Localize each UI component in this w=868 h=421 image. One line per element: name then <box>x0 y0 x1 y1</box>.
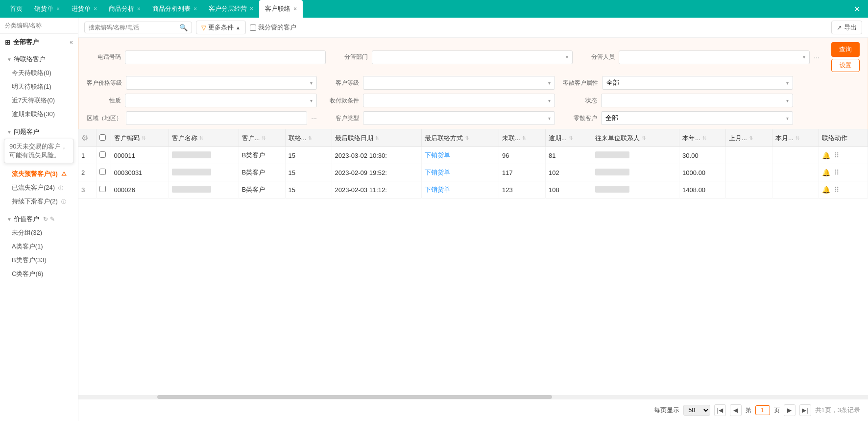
sidebar-item-overdue[interactable]: 逾期未联络(30) <box>0 107 78 121</box>
close-customer-contact-tab[interactable]: × <box>293 5 297 12</box>
cust-level-select[interactable]: ▾ <box>363 76 555 90</box>
sidebar-item-tomorrow[interactable]: 明天待联络(1) <box>0 80 78 94</box>
prev-page-btn[interactable]: ◀ <box>730 404 742 416</box>
sidebar-item-ungrouped[interactable]: 未分组(32) <box>0 226 78 240</box>
my-customers-checkbox[interactable] <box>250 25 256 31</box>
sidebar-group-problem-title[interactable]: ▼ 问题客户 <box>0 125 78 139</box>
sort-icon[interactable]: ⇅ <box>199 135 203 141</box>
sidebar-collapse-btn[interactable]: « <box>70 39 73 46</box>
region-dots[interactable]: ··· <box>311 114 317 122</box>
cust-type-select[interactable]: ▾ <box>363 111 555 125</box>
sort-icon[interactable]: ⇅ <box>702 135 706 141</box>
close-goods-list-tab[interactable]: × <box>193 5 197 12</box>
more-conditions-btn[interactable]: ▽ 更多条件 ▲ <box>196 21 246 34</box>
sort-icon[interactable]: ⇅ <box>142 135 145 141</box>
row-checkbox[interactable] <box>99 151 106 158</box>
contact-method-link[interactable]: 下销货单 <box>425 186 450 193</box>
cell-this-year: 30.00 <box>679 147 726 164</box>
close-goods-analysis-tab[interactable]: × <box>137 5 141 12</box>
sidebar-item-type-c[interactable]: C类客户(6) <box>0 267 78 281</box>
gender-select[interactable]: ▾ <box>125 94 317 107</box>
contact-method-link[interactable]: 下销货单 <box>425 169 450 176</box>
refresh-icon[interactable]: ↻ <box>43 216 48 223</box>
tab-customer-contact[interactable]: 客户联络 × <box>259 0 303 18</box>
edit-icon[interactable]: ✎ <box>50 216 55 223</box>
sort-icon[interactable]: ⇅ <box>262 135 265 141</box>
page-size-select[interactable]: 50 100 200 <box>683 405 710 416</box>
export-btn[interactable]: ↗ 导出 <box>831 21 862 34</box>
next-page-btn[interactable]: ▶ <box>784 404 796 416</box>
sort-icon[interactable]: ⇅ <box>465 135 469 141</box>
sidebar-item-week[interactable]: 近7天待联络(0) <box>0 94 78 107</box>
sidebar-item-today[interactable]: 今天待联络(0) <box>0 66 78 80</box>
cell-checkbox[interactable] <box>96 181 111 198</box>
close-purchase-tab[interactable]: × <box>94 5 97 12</box>
cell-name <box>169 147 239 164</box>
region-select[interactable] <box>126 111 307 125</box>
more-actions-icon[interactable]: ⠿ <box>834 186 839 194</box>
settings-button[interactable]: 设置 <box>831 59 860 72</box>
contact-icon[interactable]: 🔔 <box>822 169 830 176</box>
tab-customer-tier[interactable]: 客户分层经营 × <box>203 0 259 18</box>
cell-last-method[interactable]: 下销货单 <box>421 164 499 181</box>
gear-icon[interactable]: ⚙ <box>81 134 88 142</box>
sidebar-item-type-a[interactable]: A类客户(1) <box>0 240 78 253</box>
zero-attr-select[interactable]: 全部 ▾ <box>602 76 793 90</box>
sidebar-item-type-b[interactable]: B类客户(33) <box>0 253 78 267</box>
dept-select[interactable]: ▾ <box>372 50 573 64</box>
sidebar-all-customers[interactable]: ⊞ 全部客户 « <box>0 34 78 50</box>
global-close-button[interactable]: ✕ <box>850 4 864 14</box>
cell-last-method[interactable]: 下销货单 <box>421 147 499 164</box>
sort-icon[interactable]: ⇅ <box>749 135 753 141</box>
horizontal-scrollbar[interactable] <box>78 395 868 399</box>
cell-uncontacted: 96 <box>499 147 545 164</box>
cell-checkbox[interactable] <box>96 147 111 164</box>
contact-icon[interactable]: 🔔 <box>822 151 830 159</box>
tab-purchase[interactable]: 进货单 × <box>66 0 103 18</box>
sidebar-item-churn-warning[interactable]: 流失预警客户(3) ⚠ <box>0 167 78 181</box>
search-input[interactable] <box>89 24 176 31</box>
sort-icon[interactable]: ⇅ <box>642 135 646 141</box>
contact-icon[interactable]: 🔔 <box>822 186 830 194</box>
close-customer-tier-tab[interactable]: × <box>250 5 253 12</box>
last-page-btn[interactable]: ▶| <box>799 404 811 416</box>
my-customers-wrap[interactable]: 我分管的客户 <box>250 23 296 32</box>
sort-icon[interactable]: ⇅ <box>522 135 526 141</box>
sidebar-item-churned[interactable]: 已流失客户(24) ⓘ <box>0 181 78 195</box>
sidebar: 🔍 ⊞ 全部客户 « ▼ 待联络客户 今天待联络(0) 明天待联络(1) 近7天… <box>0 18 78 421</box>
price-level-select[interactable]: ▾ <box>126 76 317 90</box>
status-select[interactable]: ▾ <box>601 94 793 107</box>
row-checkbox[interactable] <box>99 186 106 192</box>
more-actions-icon[interactable]: ⠿ <box>834 169 839 176</box>
sidebar-group-value-title[interactable]: ▼ 价值客户 ↻ ✎ <box>0 212 78 226</box>
tab-home[interactable]: 首页 <box>4 0 28 18</box>
tab-goods-list[interactable]: 商品分析列表 × <box>146 0 203 18</box>
phone-input[interactable] <box>125 50 326 64</box>
person-dots[interactable]: ··· <box>814 53 820 61</box>
cell-checkbox[interactable] <box>96 164 111 181</box>
sidebar-item-declining[interactable]: 持续下滑客户(2) ⓘ <box>0 195 78 208</box>
first-page-btn[interactable]: |◀ <box>714 404 726 416</box>
cell-code: 000026 <box>111 181 169 198</box>
content-area: 🔍 ▽ 更多条件 ▲ 我分管的客户 ↗ 导出 电话号码 <box>78 18 868 421</box>
sort-icon[interactable]: ⇅ <box>308 135 312 141</box>
zero-cust-select[interactable]: 全部 ▾ <box>601 111 793 125</box>
search-icon[interactable]: 🔍 <box>179 24 188 31</box>
tab-goods-analysis[interactable]: 商品分析 × <box>103 0 146 18</box>
sidebar-group-pending-title[interactable]: ▼ 待联络客户 <box>0 52 78 66</box>
select-all-checkbox[interactable] <box>99 134 106 141</box>
more-actions-icon[interactable]: ⠿ <box>834 151 839 159</box>
row-checkbox[interactable] <box>99 169 106 175</box>
cell-last-method[interactable]: 下销货单 <box>421 181 499 198</box>
sort-icon[interactable]: ⇅ <box>375 135 379 141</box>
payment-select[interactable]: ▾ <box>363 94 555 107</box>
sidebar-search-input[interactable] <box>5 22 78 29</box>
sort-icon[interactable]: ⇅ <box>569 135 573 141</box>
th-settings[interactable]: ⚙ <box>78 129 96 147</box>
sort-icon[interactable]: ⇅ <box>796 135 799 141</box>
person-select[interactable]: ▾ <box>619 50 810 64</box>
close-sales-tab[interactable]: × <box>56 5 60 12</box>
contact-method-link[interactable]: 下销货单 <box>425 151 450 159</box>
query-button[interactable]: 查询 <box>831 42 860 57</box>
tab-sales[interactable]: 销货单 × <box>28 0 66 18</box>
